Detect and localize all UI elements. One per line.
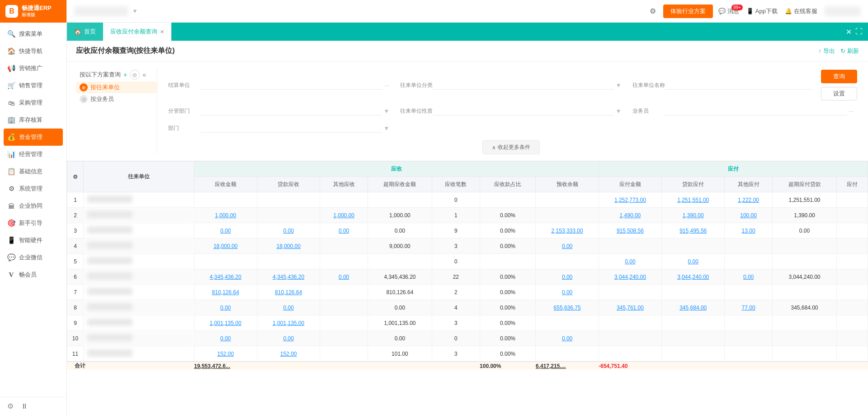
cell-ap-other[interactable]: [725, 254, 773, 269]
service-button[interactable]: 🔔 在线客服: [785, 7, 817, 15]
cell-value[interactable]: 4,345,436.20: [210, 274, 241, 280]
cell-ar-other[interactable]: [320, 346, 368, 362]
collapse-conditions-button[interactable]: ∧ 收起更多条件: [482, 140, 540, 154]
cell-value[interactable]: 0.00: [562, 289, 572, 296]
cell-value[interactable]: 0.00: [220, 228, 231, 234]
add-condition-icon[interactable]: +: [123, 71, 127, 78]
cell-ar-other[interactable]: [320, 285, 368, 300]
cell-ap-amount[interactable]: 345,761.00: [599, 300, 661, 315]
cell-ar-amount[interactable]: 18,000.00: [194, 239, 257, 254]
cell-value[interactable]: 0.00: [339, 274, 349, 280]
footer-ar-amount[interactable]: 19,553,472.6...: [194, 362, 257, 370]
sidebar-item-wechat[interactable]: 💬 企业微信: [0, 249, 66, 266]
refresh-button[interactable]: ↻ 刷新: [840, 47, 859, 55]
sidebar-item-purchase[interactable]: 🛍 采购管理: [0, 94, 66, 111]
cell-ar-prepay[interactable]: 0.00: [536, 285, 599, 300]
cell-ar-prepay[interactable]: [536, 254, 599, 269]
sidebar-item-search-menu[interactable]: 🔍 搜索菜单: [0, 25, 66, 43]
cell-ar-loan[interactable]: [257, 254, 320, 269]
cell-ap-loan[interactable]: 1,390.00: [662, 208, 725, 223]
cell-ar-loan[interactable]: 152.00: [257, 346, 320, 362]
cell-ar-loan[interactable]: [257, 192, 320, 208]
sidebar-item-inventory[interactable]: 🏢 库存核算: [0, 111, 66, 129]
cell-ar-amount[interactable]: 0.00: [194, 223, 257, 239]
cell-ap-other[interactable]: [725, 285, 773, 300]
cell-ap-other[interactable]: 100.00: [725, 208, 773, 223]
cell-value[interactable]: 0.00: [625, 258, 635, 265]
cell-ar-prepay[interactable]: 0.00: [536, 269, 599, 285]
cell-value[interactable]: 0.00: [283, 228, 293, 234]
cell-value[interactable]: 0.00: [283, 335, 293, 342]
cell-value[interactable]: 1,390.00: [683, 212, 704, 219]
cell-ar-prepay[interactable]: [536, 315, 599, 331]
cell-ar-amount[interactable]: 152.00: [194, 346, 257, 362]
cell-value[interactable]: 3,044,240.00: [614, 274, 646, 280]
cell-ap-amount[interactable]: [599, 315, 661, 331]
sidebar-item-guide[interactable]: 🎯 新手引导: [0, 215, 66, 232]
cell-ar-loan[interactable]: 0.00: [257, 300, 320, 315]
cell-value[interactable]: 655,636.75: [554, 305, 581, 311]
cell-ar-other[interactable]: 0.00: [320, 269, 368, 285]
cell-ap-loan[interactable]: 1,251,551.00: [662, 192, 725, 208]
cell-value[interactable]: 1,252,773.00: [614, 197, 646, 203]
cell-ar-other[interactable]: [320, 315, 368, 331]
cell-ar-prepay[interactable]: 655,636.75: [536, 300, 599, 315]
footer-ar-prepay[interactable]: 6,417,215....: [536, 362, 599, 370]
cell-value[interactable]: 1,000.00: [333, 212, 354, 219]
cell-ar-prepay[interactable]: 2,153,333.00: [536, 223, 599, 239]
cell-value[interactable]: 0.00: [220, 305, 231, 311]
fenguan-dept-input[interactable]: [201, 106, 382, 115]
cell-value[interactable]: 0.00: [283, 305, 293, 311]
close-tab-btn[interactable]: ✕: [846, 28, 852, 36]
cell-value[interactable]: 4,345,436.20: [273, 274, 304, 280]
salesman-input[interactable]: [665, 106, 847, 115]
cell-ap-loan[interactable]: [662, 346, 725, 362]
cell-ap-loan[interactable]: [662, 331, 725, 346]
cell-ar-other[interactable]: 0.00: [320, 223, 368, 239]
cell-ap-amount[interactable]: 915,508.56: [599, 223, 661, 239]
cell-ap-amount[interactable]: [599, 346, 661, 362]
cell-value[interactable]: 100.00: [740, 212, 757, 219]
cell-ap-loan[interactable]: [662, 285, 725, 300]
cell-ar-amount[interactable]: 4,345,436.20: [194, 269, 257, 285]
cell-ar-loan[interactable]: 810,126.64: [257, 285, 320, 300]
cell-value[interactable]: 2,153,333.00: [552, 228, 583, 234]
cell-ar-amount[interactable]: 810,126.64: [194, 285, 257, 300]
cell-value[interactable]: 1,490.00: [620, 212, 641, 219]
unit-category-input[interactable]: [433, 81, 613, 90]
cell-value[interactable]: 1,001,135.00: [210, 320, 241, 326]
cell-value[interactable]: 810,126.64: [275, 289, 302, 296]
sidebar-item-sales[interactable]: 🛒 销售管理: [0, 77, 66, 94]
cell-value[interactable]: 77.00: [742, 305, 755, 311]
cell-value[interactable]: 0.00: [220, 335, 231, 342]
unit-name-input[interactable]: [665, 81, 812, 90]
cell-value[interactable]: 810,126.64: [212, 289, 239, 296]
cell-ap-other[interactable]: 13.00: [725, 223, 773, 239]
query-button[interactable]: 查询: [821, 70, 857, 83]
cell-ap-other[interactable]: 1,222.00: [725, 192, 773, 208]
tab-close-icon[interactable]: ✕: [160, 29, 164, 35]
cell-value[interactable]: 0.00: [688, 258, 698, 265]
cell-ar-prepay[interactable]: 0.00: [536, 331, 599, 346]
cell-ar-loan[interactable]: 0.00: [257, 223, 320, 239]
cell-ar-prepay[interactable]: [536, 346, 599, 362]
sidebar-item-finance[interactable]: 💰 资金管理: [4, 129, 63, 146]
sidebar-item-enterprise[interactable]: 🏛 企业协同: [0, 197, 66, 215]
cell-value[interactable]: 345,761.00: [617, 305, 644, 311]
cell-ar-other[interactable]: [320, 331, 368, 346]
cell-ap-loan[interactable]: 3,044,240.00: [662, 269, 725, 285]
scheme-by-salesman[interactable]: ◷ 按业务员: [76, 93, 157, 105]
cell-ap-amount[interactable]: [599, 285, 661, 300]
cell-value[interactable]: 3,044,240.00: [677, 274, 709, 280]
cell-value[interactable]: 18,000.00: [213, 243, 237, 249]
cell-ar-amount[interactable]: 0.00: [194, 331, 257, 346]
cell-ap-loan[interactable]: [662, 239, 725, 254]
sidebar-item-member[interactable]: V 畅会员: [0, 266, 66, 283]
cell-ar-loan[interactable]: 0.00: [257, 331, 320, 346]
sidebar-item-operation[interactable]: 📊 经营管理: [0, 146, 66, 163]
cell-value[interactable]: 1,000.00: [215, 212, 236, 219]
col-settings[interactable]: ⚙: [67, 162, 84, 192]
cell-ap-amount[interactable]: 3,044,240.00: [599, 269, 661, 285]
cell-ar-loan[interactable]: 18,000.00: [257, 239, 320, 254]
cell-ar-prepay[interactable]: [536, 208, 599, 223]
